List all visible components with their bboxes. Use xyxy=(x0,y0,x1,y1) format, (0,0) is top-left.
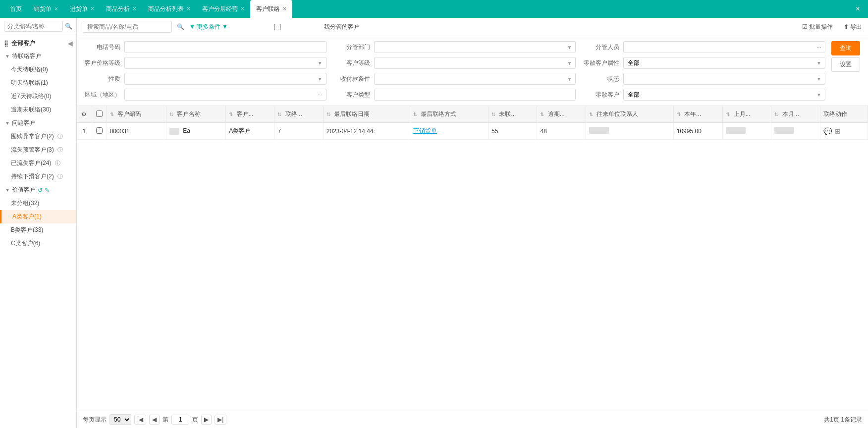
sidebar-item-churned[interactable]: 已流失客户(24) ⓘ xyxy=(0,157,76,170)
window-close-button[interactable]: × xyxy=(852,4,864,13)
filter-retail-wrapper: ▼ xyxy=(623,89,825,101)
advanced-filter: 电话号码 分管部门 ▼ 分管人员 xyxy=(77,36,868,106)
filter-row-3: 性质 ▼ 收付款条件 ▼ xyxy=(85,73,825,85)
th-contact: ⇅ 联络... xyxy=(274,106,323,123)
filter-retail-label: 零散客户 xyxy=(584,91,623,99)
first-page-btn[interactable]: |◀ xyxy=(134,415,146,425)
nav-sales-order[interactable]: 销货单 × xyxy=(28,0,64,18)
my-customers-check[interactable] xyxy=(233,24,322,30)
prev-page-btn[interactable]: ◀ xyxy=(149,415,160,425)
sidebar-item-stockpile-abnormal[interactable]: 囤购异常客户(2) ⓘ xyxy=(0,130,76,143)
filter-dept-input[interactable] xyxy=(374,41,576,53)
sidebar-item-tomorrow-pending[interactable]: 明天待联络(1) xyxy=(0,76,76,90)
filter-dropdown-icon: ▼ xyxy=(222,23,228,30)
sidebar-item-unclassified[interactable]: 未分组(32) xyxy=(0,197,76,210)
row-checkbox[interactable] xyxy=(96,127,103,134)
sidebar-item-declining[interactable]: 持续下滑客户(2) ⓘ xyxy=(0,170,76,183)
nav-purchase[interactable]: 进货单 × xyxy=(64,0,100,18)
nav-customer-segment-label: 客户分层经营 xyxy=(202,5,238,13)
sidebar-item-class-b[interactable]: B类客户(33) xyxy=(0,223,76,237)
last-page-btn[interactable]: ▶| xyxy=(215,415,226,425)
nav-product-analysis[interactable]: 商品分析 × xyxy=(100,0,142,18)
th-this-month: ⇅ 本月... xyxy=(771,106,820,123)
sidebar-item-overdue[interactable]: 逾期未联络(30) xyxy=(0,103,76,116)
settings-button[interactable]: 设置 xyxy=(831,57,860,72)
nav-home[interactable]: 首页 xyxy=(4,0,28,18)
chat-icon[interactable]: 💬 xyxy=(823,127,832,135)
th-action-label: 联络动作 xyxy=(823,110,847,117)
last-method-sort-icon: ⇅ xyxy=(413,111,417,117)
code-sort-icon: ⇅ xyxy=(110,111,114,117)
this-year-sort-icon: ⇅ xyxy=(677,111,681,117)
pending-arrow-icon: ▼ xyxy=(5,54,10,59)
page-total-label: 页 xyxy=(192,416,198,424)
sidebar-search-area: 🔍 xyxy=(0,18,76,35)
nav-sales-close[interactable]: × xyxy=(54,5,58,12)
sidebar-item-class-c[interactable]: C类客户(6) xyxy=(0,237,76,250)
sidebar-search-input[interactable] xyxy=(4,21,63,32)
filter-nature-label: 性质 xyxy=(85,75,124,83)
filter-nature-input[interactable] xyxy=(124,73,326,85)
row-code: 000031 xyxy=(110,128,130,135)
nav-product-analysis-list-close[interactable]: × xyxy=(187,5,190,12)
search-input[interactable] xyxy=(83,21,172,33)
row-last-method[interactable]: 下销货单 xyxy=(413,127,437,134)
value-arrow-icon: ▼ xyxy=(5,187,10,193)
next-page-btn[interactable]: ▶ xyxy=(201,415,212,425)
my-customers-checkbox[interactable]: 我分管的客户 xyxy=(233,23,360,31)
nav-purchase-label: 进货单 xyxy=(70,5,88,13)
filter-payment-input[interactable] xyxy=(374,73,576,85)
row-uncontacted: 55 xyxy=(491,128,498,135)
filter-manager-input[interactable] xyxy=(623,41,825,53)
filter-retail-input[interactable] xyxy=(623,89,825,101)
nav-purchase-close[interactable]: × xyxy=(91,5,94,12)
nav-customer-contact-close[interactable]: × xyxy=(283,5,286,12)
filter-phone-input[interactable] xyxy=(124,41,326,53)
more-filters-button[interactable]: ▼ 更多条件 ▼ xyxy=(189,23,228,31)
sidebar-collapse-icon[interactable]: ◀ xyxy=(68,40,72,47)
filter-status-input[interactable] xyxy=(623,73,825,85)
value-edit-icon[interactable]: ✎ xyxy=(45,187,50,194)
more-icon[interactable]: ⊞ xyxy=(835,127,841,135)
churned-info-icon: ⓘ xyxy=(55,160,60,166)
nav-customer-contact[interactable]: 客户联络 × xyxy=(250,0,292,18)
td-this-month xyxy=(771,123,820,140)
level-sort-icon: ⇅ xyxy=(229,111,233,117)
nav-product-analysis-list[interactable]: 商品分析列表 × xyxy=(142,0,196,18)
batch-ops-label: 批量操作 xyxy=(809,23,833,31)
td-no: 1 xyxy=(77,123,92,140)
filter-region-input[interactable] xyxy=(124,89,326,101)
sidebar-search-icon[interactable]: 🔍 xyxy=(65,23,72,30)
sidebar-group-problem[interactable]: ▼ 问题客户 xyxy=(0,116,76,130)
content-area: 🔍 ▼ 更多条件 ▼ 我分管的客户 ☑ 批量操作 ⬆ 导出 xyxy=(77,18,868,428)
nav-customer-segment-close[interactable]: × xyxy=(241,5,244,12)
sidebar-item-class-a[interactable]: A类客户(1) xyxy=(0,210,76,223)
sidebar-group-pending[interactable]: ▼ 待联络客户 xyxy=(0,50,76,63)
sidebar-stockpile-label: 囤购异常客户(2) xyxy=(11,133,54,140)
sidebar-group-value[interactable]: ▼ 价值客户 ↺ ✎ xyxy=(0,183,76,197)
per-page-select[interactable]: 50 xyxy=(109,414,131,425)
filter-price-level-input[interactable] xyxy=(124,57,326,69)
filter-retail-attr-input[interactable] xyxy=(623,57,825,69)
th-this-month-label: 本月... xyxy=(782,110,799,117)
sidebar: 🔍 ⣿ 全部客户 ◀ ▼ 待联络客户 今天待联络(0) 明天待联络(1) 近7天… xyxy=(0,18,77,428)
value-refresh-icon[interactable]: ↺ xyxy=(38,187,43,194)
sidebar-item-churn-warning[interactable]: 流失预警客户(3) ⓘ xyxy=(0,143,76,157)
nav-customer-segment[interactable]: 客户分层经营 × xyxy=(196,0,250,18)
export-button[interactable]: ⬆ 导出 xyxy=(844,23,862,31)
sidebar-item-7days-pending[interactable]: 近7天待联络(0) xyxy=(0,90,76,103)
gear-icon[interactable]: ⚙ xyxy=(81,111,87,118)
th-level-label: 客户... xyxy=(237,110,254,117)
nav-product-analysis-close[interactable]: × xyxy=(133,5,136,12)
th-this-year-label: 本年... xyxy=(684,110,701,117)
filter-nature-wrapper: ▼ xyxy=(124,73,326,85)
select-all-checkbox[interactable] xyxy=(96,110,103,117)
page-input[interactable] xyxy=(171,415,189,425)
sidebar-item-today-pending[interactable]: 今天待联络(0) xyxy=(0,63,76,76)
sidebar-class-a-label: A类客户(1) xyxy=(12,213,42,220)
filter-customer-level-input[interactable] xyxy=(374,57,576,69)
search-icon[interactable]: 🔍 xyxy=(177,23,184,30)
filter-customer-type-input[interactable] xyxy=(374,89,576,101)
batch-ops-button[interactable]: ☑ 批量操作 xyxy=(802,23,833,31)
query-button[interactable]: 查询 xyxy=(831,41,860,55)
